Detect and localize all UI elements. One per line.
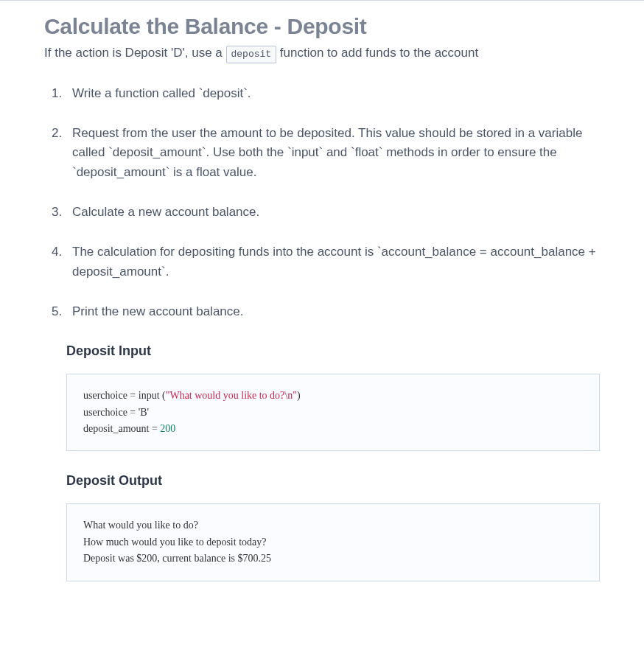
step-4: The calculation for depositing funds int… bbox=[66, 242, 600, 282]
document-content: Calculate the Balance - Deposit If the a… bbox=[0, 1, 644, 596]
step-2: Request from the user the amount to be d… bbox=[66, 124, 600, 182]
code-line-3-pre: deposit_amount = bbox=[83, 423, 160, 434]
page-title: Calculate the Balance - Deposit bbox=[44, 14, 600, 39]
code-line-3-num: 200 bbox=[160, 423, 175, 434]
code-block-input: userchoice = input ("What would you like… bbox=[66, 374, 600, 451]
code-line-1-pre: userchoice = input ( bbox=[83, 390, 166, 401]
step-1: Write a function called `deposit`. bbox=[66, 84, 600, 103]
step-3: Calculate a new account balance. bbox=[66, 203, 600, 222]
step-5: Print the new account balance. bbox=[66, 302, 600, 321]
code-line-1-string: "What would you like to do?\n" bbox=[166, 390, 297, 401]
code-block-output: What would you like to do? How much woul… bbox=[66, 503, 600, 581]
subtitle-post: function to add funds to the account bbox=[276, 46, 478, 60]
heading-deposit-input: Deposit Input bbox=[66, 343, 600, 359]
code-line-2: userchoice = 'B' bbox=[83, 407, 149, 418]
subtitle: If the action is Deposit 'D', use a depo… bbox=[44, 43, 600, 63]
inline-code-deposit: deposit bbox=[226, 46, 277, 63]
code-line-1-post: ) bbox=[297, 390, 301, 401]
subtitle-pre: If the action is Deposit 'D', use a bbox=[44, 46, 226, 60]
heading-deposit-output: Deposit Output bbox=[66, 473, 600, 489]
steps-list: Write a function called `deposit`. Reque… bbox=[44, 84, 600, 322]
